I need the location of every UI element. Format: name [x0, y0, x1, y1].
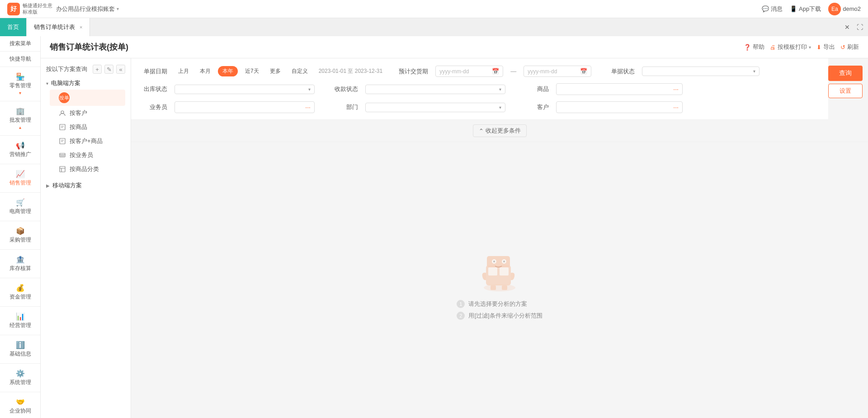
- logo-text: 畅捷通好生意 标准版: [23, 3, 52, 14]
- user-menu[interactable]: Ea demo2: [828, 3, 861, 15]
- finance-icon: 💰: [16, 284, 25, 292]
- status-select[interactable]: ▾: [642, 66, 760, 76]
- scheme-item-by-customer-product[interactable]: 按客户+商品: [50, 134, 125, 148]
- salesperson-select[interactable]: ···: [175, 101, 315, 113]
- customer-select[interactable]: ···: [556, 101, 683, 113]
- date-btn-this-year[interactable]: 本年: [218, 66, 238, 76]
- scheme-item-by-salesperson[interactable]: 按业务员: [50, 148, 125, 162]
- tab-home[interactable]: 首页: [0, 18, 27, 36]
- sidebar-item-wholesale[interactable]: 🏢 批发管理 ▴: [0, 101, 40, 136]
- by-product-icon: [59, 124, 66, 131]
- add-scheme-button[interactable]: +: [93, 65, 102, 74]
- date-btn-7days[interactable]: 近7天: [241, 66, 263, 76]
- page-header-actions: ❓ 帮助 🖨 按模板打印 ▾ ⬇ 导出 ↺ 刷新: [744, 43, 859, 57]
- scheme-pc-section: ▾ 电脑端方案 按单 按客户: [41, 77, 131, 176]
- sidebar-item-search[interactable]: 搜索菜单: [0, 36, 40, 52]
- sidebar: 搜索菜单 快捷导航 🏪 零售管理 ▾ 🏢 批发管理 ▴ 📢 营销推广 📈 销售管…: [0, 36, 41, 418]
- enterprise-icon: 🤝: [16, 398, 25, 406]
- collapse-button[interactable]: ⌃ 收起更多条件: [473, 124, 527, 137]
- breadcrumb-dropdown-icon[interactable]: ▾: [117, 6, 119, 11]
- customer-more-icon[interactable]: ···: [673, 104, 679, 111]
- tab-close-icon[interactable]: ×: [80, 24, 82, 30]
- basic-info-icon: ℹ️: [16, 341, 25, 349]
- scheme-item-by-order[interactable]: 按单: [50, 90, 125, 106]
- tab-close-window-button[interactable]: ✕: [843, 23, 852, 32]
- export-icon: ⬇: [816, 44, 821, 51]
- sidebar-item-finance[interactable]: 💰 资金管理: [0, 278, 40, 307]
- sidebar-item-ecommerce[interactable]: 🛒 电商管理: [0, 193, 40, 221]
- date-btn-this-month[interactable]: 本月: [196, 66, 214, 76]
- customer-label: 客户: [522, 103, 549, 111]
- message-button[interactable]: 💬 消息: [762, 5, 783, 13]
- payment-select[interactable]: ▾: [365, 85, 505, 94]
- sidebar-item-quick-nav[interactable]: 快捷导航: [0, 52, 40, 67]
- scheme-item-by-customer[interactable]: 按客户: [50, 106, 125, 120]
- product-select[interactable]: ···: [556, 83, 683, 95]
- date-btn-custom[interactable]: 自定义: [288, 66, 311, 76]
- svg-point-14: [493, 261, 495, 262]
- inventory-icon: 🏦: [16, 255, 25, 264]
- svg-rect-10: [502, 285, 507, 290]
- by-customer-icon: [59, 109, 66, 117]
- sidebar-item-enterprise[interactable]: 🤝 企业协同: [0, 392, 40, 418]
- page-header: 销售订单统计表(按单) ❓ 帮助 🖨 按模板打印 ▾ ⬇ 导出 ↺ 刷新: [41, 36, 868, 58]
- export-button[interactable]: ⬇ 导出: [816, 43, 835, 51]
- sidebar-item-system[interactable]: ⚙️ 系统管理: [0, 364, 40, 392]
- date-separator: —: [510, 68, 516, 75]
- sidebar-item-inventory[interactable]: 🏦 库存核算: [0, 250, 40, 278]
- product-more-icon[interactable]: ···: [673, 86, 679, 93]
- logo-icon: 好: [7, 3, 20, 15]
- shipment-select[interactable]: ▾: [175, 85, 315, 94]
- by-customer-product-icon: [59, 138, 66, 145]
- scheme-mobile-section-header[interactable]: ▶ 移动端方案: [46, 180, 125, 191]
- sidebar-item-operations[interactable]: 📊 经营管理: [0, 307, 40, 335]
- marketing-icon: 📢: [16, 141, 25, 150]
- by-product-category-icon: [59, 166, 66, 173]
- operations-icon: 📊: [16, 312, 25, 321]
- by-order-active-icon: 按单: [59, 92, 70, 103]
- tab-sales-order[interactable]: 销售订单统计表 ×: [27, 18, 90, 36]
- svg-point-0: [61, 111, 64, 114]
- date-btn-more[interactable]: 更多: [266, 66, 284, 76]
- collapse-more-conditions: ⌃ 收起更多条件: [131, 120, 868, 142]
- sidebar-item-sales[interactable]: 📈 销售管理: [0, 164, 40, 193]
- retail-icon: 🏪: [16, 72, 25, 81]
- tab-maximize-button[interactable]: ⛶: [855, 23, 864, 32]
- empty-illustration: [472, 240, 527, 294]
- filter-row-2: 出库状态 ▾ 收款状态 ▾ 商品: [140, 83, 819, 95]
- scheme-pc-section-header[interactable]: ▾ 电脑端方案: [46, 77, 125, 89]
- top-bar-left: 好 畅捷通好生意 标准版 办公用品行业模拟账套 ▾: [7, 3, 119, 15]
- filter-action-buttons: 查询 设置: [828, 58, 868, 120]
- svg-rect-11: [487, 256, 510, 267]
- scheme-mobile-section: ▶ 移动端方案: [41, 180, 131, 191]
- settings-button[interactable]: 设置: [828, 84, 863, 98]
- collapse-icon: ⌃: [479, 128, 484, 134]
- svg-rect-8: [500, 267, 509, 276]
- expected-date-start-input[interactable]: yyyy-mm-dd 📅: [435, 66, 503, 77]
- collapse-scheme-button[interactable]: «: [116, 65, 125, 74]
- salesperson-more-icon[interactable]: ···: [305, 104, 311, 111]
- sidebar-item-retail[interactable]: 🏪 零售管理 ▾: [0, 67, 40, 101]
- query-button[interactable]: 查询: [828, 66, 863, 81]
- scheme-mobile-expand-icon: ▶: [46, 183, 50, 188]
- empty-hint-1: 1 请先选择要分析的方案: [457, 300, 542, 308]
- empty-hints: 1 请先选择要分析的方案 2 用[过滤]条件来缩小分析范围: [457, 300, 542, 320]
- department-select[interactable]: ▾: [365, 103, 505, 112]
- scheme-item-by-product[interactable]: 按商品: [50, 120, 125, 134]
- help-button[interactable]: ❓ 帮助: [744, 43, 764, 51]
- expected-date-end-input[interactable]: yyyy-mm-dd 📅: [524, 66, 591, 77]
- sidebar-item-marketing[interactable]: 📢 营销推广: [0, 136, 40, 164]
- sidebar-item-purchase[interactable]: 📦 采购管理: [0, 221, 40, 250]
- print-button[interactable]: 🖨 按模板打印 ▾: [770, 43, 811, 51]
- scheme-item-by-product-category[interactable]: 按商品分类: [50, 162, 125, 176]
- sidebar-item-basic-info[interactable]: ℹ️ 基础信息: [0, 335, 40, 364]
- edit-scheme-button[interactable]: ✎: [104, 65, 113, 74]
- app-download-button[interactable]: 📱 App下载: [790, 5, 821, 13]
- empty-hint-2: 2 用[过滤]条件来缩小分析范围: [457, 312, 542, 320]
- svg-rect-1: [60, 124, 65, 130]
- refresh-button[interactable]: ↺ 刷新: [840, 43, 859, 51]
- product-label: 商品: [522, 85, 549, 93]
- filter-content-area: 单据日期 上月 本月 本年 近7天 更多 自定义 2023-01-01 至 20…: [131, 58, 868, 418]
- avatar: Ea: [828, 3, 841, 15]
- date-btn-last-month[interactable]: 上月: [175, 66, 193, 76]
